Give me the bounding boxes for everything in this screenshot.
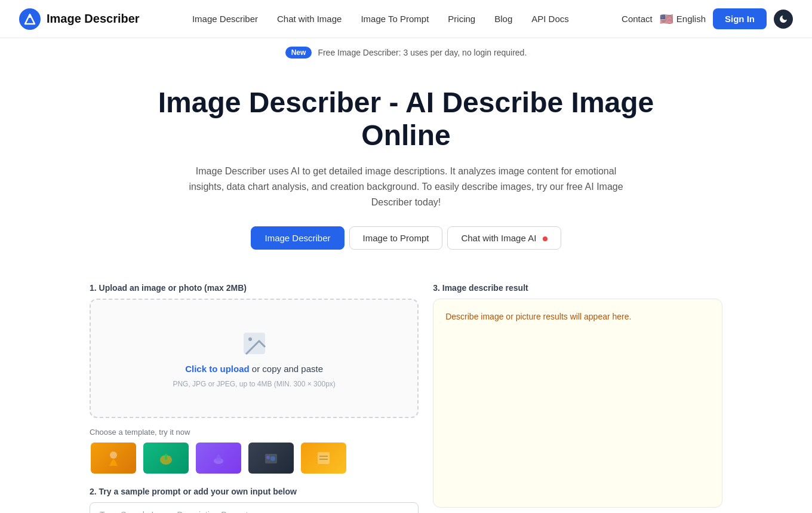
nav-contact[interactable]: Contact — [622, 14, 653, 24]
chevron-up-icon: ▲ — [400, 510, 408, 513]
template-row: Choose a template, try it now — [90, 428, 419, 475]
hero-description: Image Describer uses AI to get detailed … — [179, 164, 633, 210]
brand-logo-link[interactable]: Image Describer — [19, 8, 140, 30]
banner-text: Free Image Describer: 3 uses per day, no… — [318, 48, 527, 57]
hero-title: Image Describer - AI Describe Image Onli… — [137, 86, 675, 152]
tab-chat-with-image-ai[interactable]: Chat with Image AI — [447, 226, 561, 250]
language-label: English — [676, 14, 706, 24]
tab-image-describer-label: Image Describer — [264, 233, 330, 243]
svg-rect-6 — [165, 454, 167, 460]
tab-image-describer[interactable]: Image Describer — [251, 226, 344, 250]
promo-banner: New Free Image Describer: 3 uses per day… — [0, 38, 812, 67]
result-placeholder: Describe image or picture results will a… — [445, 312, 631, 321]
brand-name: Image Describer — [47, 12, 140, 26]
svg-point-4 — [110, 451, 117, 459]
left-panel: 1. Upload an image or photo (max 2MB) Cl… — [90, 283, 419, 513]
svg-point-9 — [266, 456, 270, 459]
upload-main-text: Click to upload or copy and paste — [185, 364, 323, 374]
result-section-label: 3. Image describe result — [433, 283, 722, 293]
language-flag: 🇺🇸 — [660, 13, 673, 26]
upload-sub-text: PNG, JPG or JPEG, up to 4MB (MIN. 300 × … — [173, 380, 335, 388]
prompt-dropdown[interactable]: Try a Sample Image Description Prompt ▲ — [90, 502, 419, 513]
template-2[interactable] — [142, 441, 190, 475]
result-area: Describe image or picture results will a… — [433, 299, 722, 508]
brand-logo-icon — [19, 8, 41, 30]
upload-section-label: 1. Upload an image or photo (max 2MB) — [90, 283, 419, 293]
upload-area[interactable]: Click to upload or copy and paste PNG, J… — [90, 299, 419, 418]
svg-point-3 — [248, 337, 252, 341]
template-4[interactable] — [247, 441, 295, 475]
nav-language[interactable]: 🇺🇸 English — [660, 13, 706, 26]
svg-point-10 — [270, 456, 275, 461]
svg-point-1 — [29, 16, 31, 18]
image-upload-icon — [240, 329, 269, 358]
tab-chat-with-image-ai-label: Chat with Image AI — [461, 233, 536, 243]
prompt-section: 2. Try a sample prompt or add your own i… — [90, 487, 419, 513]
nav-right: Contact 🇺🇸 English Sign In — [622, 8, 793, 29]
svg-rect-11 — [318, 452, 330, 464]
dark-mode-toggle[interactable] — [774, 10, 793, 29]
svg-point-0 — [19, 8, 41, 30]
nav-image-to-prompt[interactable]: Image To Prompt — [352, 9, 437, 29]
upload-icon-container — [240, 329, 269, 358]
main-content: 1. Upload an image or photo (max 2MB) Cl… — [78, 283, 734, 513]
new-badge: New — [285, 47, 312, 59]
hero-section: Image Describer - AI Describe Image Onli… — [0, 67, 812, 283]
signin-button[interactable]: Sign In — [713, 8, 767, 29]
upload-or-text: or copy and paste — [250, 364, 323, 374]
nav-links: Image Describer Chat with Image Image To… — [184, 9, 577, 29]
moon-icon — [779, 14, 788, 24]
template-1[interactable] — [90, 441, 137, 475]
prompt-placeholder: Try a Sample Image Description Prompt — [100, 510, 248, 513]
nav-api-docs[interactable]: API Docs — [523, 9, 577, 29]
live-dot-icon — [543, 236, 548, 241]
navigation: Image Describer Image Describer Chat wit… — [0, 0, 812, 38]
tab-buttons: Image Describer Image to Prompt Chat wit… — [12, 226, 800, 250]
nav-blog[interactable]: Blog — [486, 9, 521, 29]
nav-image-describer[interactable]: Image Describer — [184, 9, 266, 29]
nav-pricing[interactable]: Pricing — [439, 9, 484, 29]
template-images — [90, 441, 419, 475]
tab-image-to-prompt-label: Image to Prompt — [363, 233, 429, 243]
tab-image-to-prompt[interactable]: Image to Prompt — [349, 226, 443, 250]
template-label: Choose a template, try it now — [90, 428, 419, 437]
template-5[interactable] — [300, 441, 347, 475]
prompt-section-label: 2. Try a sample prompt or add your own i… — [90, 487, 419, 496]
right-panel: 3. Image describe result Describe image … — [433, 283, 722, 513]
upload-click-text: Click to upload — [185, 364, 250, 374]
nav-chat-with-image[interactable]: Chat with Image — [269, 9, 350, 29]
template-3[interactable] — [195, 441, 242, 475]
